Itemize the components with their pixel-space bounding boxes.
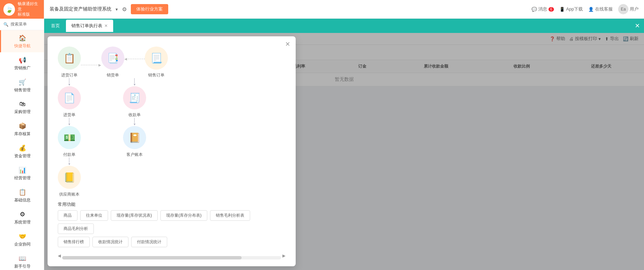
modal-overlay: ✕ 📋 进货订单 [44, 33, 644, 270]
common-btn-goods-profit[interactable]: 商品毛利分析 [58, 223, 94, 234]
content-area: ❓ 帮助 🖨 按模板打印 ▾ ⬆ 导出 🔄 刷新 [44, 33, 644, 270]
message-action[interactable]: 💬 消息 6 [532, 6, 554, 12]
receipt-bill-circle[interactable]: 🧾 [123, 86, 146, 109]
supplier-ledger-circle[interactable]: 📒 [58, 166, 81, 189]
common-btn-sales-rank[interactable]: 销售排行榜 [58, 237, 90, 247]
common-btn-payment-stat[interactable]: 付款情况统计 [131, 237, 167, 247]
service-icon: 👤 [588, 7, 594, 12]
purchase-order-label: 进货订单 [61, 72, 77, 78]
sidebar-item-inventory[interactable]: 📦 库存核算 [0, 118, 44, 140]
search-menu-btn[interactable]: 🔍 搜索菜单 [3, 21, 40, 27]
dropdown-arrow-icon: ▾ [116, 7, 118, 12]
purchase-order-circle[interactable]: 📋 [58, 47, 81, 70]
sale-order-node: 📃 销售订单 [145, 47, 168, 78]
sidebar-item-sales[interactable]: 🛒 销售管理 [0, 74, 44, 96]
right-flow-column: 📑 销货单 ◀ [101, 47, 168, 158]
sidebar-item-enterprise[interactable]: 🤝 企业协同 [0, 229, 44, 251]
logo-icon: 🍃 [3, 3, 15, 16]
logo-text: 畅康通好生意 标准版 [18, 1, 40, 17]
h-arrow-top: ▶ [81, 53, 101, 76]
user-info-action[interactable]: Ea 用户 [618, 4, 639, 14]
customer-ledger-label: 客户账本 [126, 152, 143, 158]
arrow-down-receipt: ▼ [133, 118, 136, 126]
sidebar-item-sys-mgmt[interactable]: ⚙ 系统管理 [0, 206, 44, 229]
sales-icon: 🛒 [19, 78, 26, 86]
flow-diagram: 📋 进货订单 ▼ [58, 47, 285, 197]
modal-scrollbar[interactable] [62, 256, 281, 259]
sale-bill-label: 销货单 [107, 72, 119, 78]
tab-bar-close-icon[interactable]: ✕ [635, 22, 640, 30]
modal-scroll-thumb [62, 256, 242, 259]
home-icon: 🏠 [19, 34, 26, 42]
common-btn-goods[interactable]: 商品 [58, 210, 77, 221]
tab-home[interactable]: 首页 [46, 20, 65, 32]
inventory-icon: 📦 [19, 122, 26, 130]
sidebar-item-newbie[interactable]: 📖 新手引导 [0, 251, 44, 270]
message-badge: 6 [549, 7, 554, 12]
top-row: 📑 销货单 ◀ [101, 47, 168, 78]
purchase-order-node: 📋 进货订单 [58, 47, 81, 78]
operation-icon: 📊 [19, 166, 26, 174]
left-flow-column: 📋 进货订单 ▼ [58, 47, 81, 197]
enterprise-icon: 🤝 [19, 233, 26, 240]
quick-nav-modal: ✕ 📋 进货订单 [48, 36, 296, 266]
payment-bill-circle[interactable]: 💵 [58, 126, 81, 149]
tab-sales-order[interactable]: 销售订单执行表 ✕ [66, 20, 113, 32]
online-service-action[interactable]: 👤 在线客服 [588, 6, 613, 12]
scroll-right-icon[interactable]: ▶ [282, 253, 285, 258]
sidebar-search[interactable]: 🔍 搜索菜单 [0, 19, 44, 30]
header-actions: 💬 消息 6 📱 App下载 👤 在线客服 Ea 用户 [532, 4, 639, 14]
common-btn-stock-dist[interactable]: 现存量(库存分布表) [160, 210, 207, 221]
common-btn-sales-profit[interactable]: 销售毛利分析表 [210, 210, 250, 221]
sale-order-label: 销售订单 [148, 72, 164, 78]
sidebar-logo: 🍃 畅康通好生意 标准版 [0, 0, 44, 19]
customer-ledger-circle[interactable]: 📔 [123, 126, 146, 149]
bottom-arrows-row: ▼ 🧾 收款单 [123, 78, 146, 158]
common-functions-section: 常用功能 商品 往来单位 现存量(库存状况表) 现存量(库存分布表) 销售毛利分… [58, 201, 285, 247]
purchase-bill-circle[interactable]: 📄 [58, 86, 81, 109]
purchase-bill-label: 进货单 [63, 112, 75, 118]
sale-bill-column: ▼ 🧾 收款单 [123, 78, 146, 158]
sale-order-circle[interactable]: 📃 [145, 47, 168, 70]
sidebar-item-marketing[interactable]: 📢 营销推广 [0, 52, 44, 74]
common-title: 常用功能 [58, 201, 285, 208]
sidebar-nav: 🏠 快捷导航 📢 营销推广 🛒 销售管理 🛍 采购管理 📦 库存核算 💰 [0, 30, 44, 270]
customer-ledger-node: 📔 客户账本 [123, 126, 146, 158]
common-btn-receipt-stat[interactable]: 收款情况统计 [92, 237, 128, 247]
arrow-down-3: ▼ [68, 158, 71, 166]
common-btn-counterpart[interactable]: 往来单位 [80, 210, 108, 221]
center-arrows: ▶ [81, 47, 101, 76]
arrow-down-1: ▼ [68, 78, 71, 86]
sidebar: 🍃 畅康通好生意 标准版 🔍 搜索菜单 🏠 快捷导航 📢 营销推广 [0, 0, 44, 270]
sale-bill-circle[interactable]: 📑 [101, 47, 124, 70]
h-dashed-connector: ▶ [81, 63, 101, 67]
tab-bar: 首页 销售订单执行表 ✕ ✕ [44, 19, 644, 33]
experience-btn[interactable]: 体验行业方案 [131, 4, 168, 14]
tab-close-icon[interactable]: ✕ [104, 23, 108, 28]
supplier-ledger-label: 供应商账本 [59, 192, 80, 197]
app-icon: 📱 [559, 7, 565, 12]
scroll-left-icon[interactable]: ◀ [58, 253, 61, 258]
system-title: 装备及固定资产辅助管理系统 [50, 6, 111, 12]
sale-bill-node: 📑 销货单 [101, 47, 124, 78]
main-area: 装备及固定资产辅助管理系统 ▾ ⚙ 体验行业方案 💬 消息 6 📱 App下载 … [44, 0, 644, 270]
common-buttons-row2: 销售排行榜 收款情况统计 付款情况统计 [58, 237, 285, 247]
supplier-ledger-node: 📒 供应商账本 [58, 166, 81, 197]
system-dropdown[interactable]: ▾ [116, 7, 118, 12]
arrow-down-sale-bill: ▼ [133, 78, 136, 86]
sidebar-item-quick-nav[interactable]: 🏠 快捷导航 [0, 30, 44, 52]
modal-close-btn[interactable]: ✕ [285, 40, 290, 48]
app-download-action[interactable]: 📱 App下载 [559, 6, 583, 12]
receipt-bill-label: 收款单 [128, 112, 141, 118]
settings-icon[interactable]: ⚙ [122, 6, 127, 13]
receipt-bill-node: 🧾 收款单 [123, 86, 146, 118]
sidebar-item-operation[interactable]: 📊 经营管理 [0, 162, 44, 184]
common-btn-stock-status[interactable]: 现存量(库存状况表) [111, 210, 158, 221]
sys-mgmt-icon: ⚙ [20, 211, 25, 218]
h-dashed-reverse: ◀ [124, 57, 145, 61]
sidebar-item-base-info[interactable]: 📋 基础信息 [0, 184, 44, 206]
message-icon: 💬 [532, 7, 537, 12]
sidebar-item-purchase[interactable]: 🛍 采购管理 [0, 96, 44, 118]
sidebar-item-finance[interactable]: 💰 资金管理 [0, 140, 44, 162]
user-avatar: Ea [618, 4, 628, 14]
